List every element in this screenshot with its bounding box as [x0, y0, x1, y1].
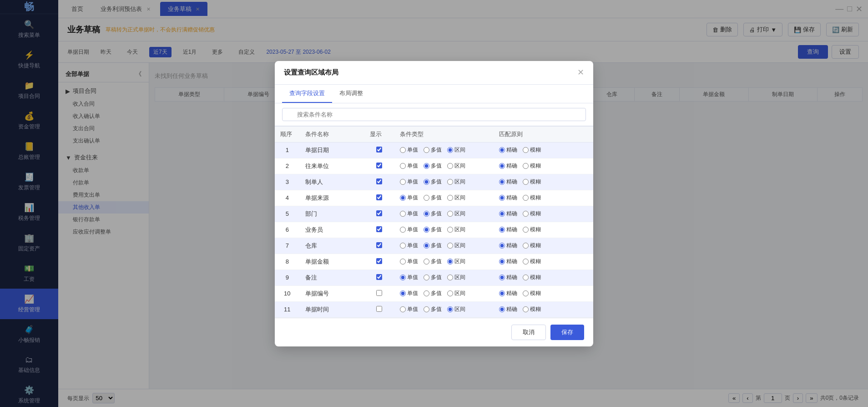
match-principle-option[interactable]: 精确 — [499, 226, 517, 234]
condition-type-option[interactable]: 多值 — [424, 178, 442, 186]
match-principle-radio[interactable] — [499, 259, 505, 265]
condition-type-radio[interactable] — [400, 195, 406, 201]
condition-type-option[interactable]: 单值 — [400, 210, 418, 218]
match-principle-option[interactable]: 精确 — [499, 274, 517, 281]
condition-type-radio[interactable] — [400, 243, 406, 249]
match-principle-radio[interactable] — [499, 290, 505, 296]
match-principle-option[interactable]: 精确 — [499, 162, 517, 170]
condition-type-option[interactable]: 单值 — [400, 146, 418, 154]
row-show-checkbox[interactable] — [376, 179, 382, 186]
match-principle-option[interactable]: 模糊 — [523, 146, 541, 154]
condition-type-option[interactable]: 单值 — [400, 194, 418, 202]
condition-type-option[interactable]: 区间 — [447, 146, 465, 154]
condition-type-option[interactable]: 多值 — [424, 290, 442, 297]
match-principle-option[interactable]: 模糊 — [523, 178, 541, 186]
condition-type-radio[interactable] — [400, 290, 406, 296]
row-show-checkbox[interactable] — [376, 195, 382, 202]
condition-type-radio[interactable] — [447, 259, 453, 265]
show-checkbox-input[interactable] — [376, 306, 382, 312]
row-show-checkbox[interactable] — [376, 163, 382, 170]
match-principle-option[interactable]: 精确 — [499, 290, 517, 297]
condition-type-radio[interactable] — [424, 259, 429, 265]
condition-type-radio[interactable] — [424, 179, 429, 185]
condition-type-option[interactable]: 区间 — [447, 242, 465, 249]
condition-type-option[interactable]: 区间 — [447, 210, 465, 218]
modal-tab-field-settings[interactable]: 查询字段设置 — [282, 85, 332, 103]
match-principle-option[interactable]: 精确 — [499, 242, 517, 249]
show-checkbox-input[interactable] — [376, 178, 382, 184]
condition-type-radio[interactable] — [424, 227, 429, 233]
modal-save-button[interactable]: 保存 — [550, 325, 584, 340]
match-principle-radio[interactable] — [499, 195, 505, 201]
show-checkbox-input[interactable] — [376, 274, 382, 280]
match-principle-radio[interactable] — [523, 290, 529, 296]
condition-type-option[interactable]: 多值 — [424, 258, 442, 265]
match-principle-radio[interactable] — [523, 259, 529, 265]
condition-type-option[interactable]: 区间 — [447, 226, 465, 234]
show-checkbox-input[interactable] — [376, 290, 382, 296]
match-principle-option[interactable]: 精确 — [499, 258, 517, 265]
match-principle-radio[interactable] — [499, 243, 505, 249]
match-principle-option[interactable]: 精确 — [499, 146, 517, 154]
condition-type-option[interactable]: 区间 — [447, 178, 465, 186]
row-show-checkbox[interactable] — [376, 290, 382, 297]
row-show-checkbox[interactable] — [376, 211, 382, 218]
match-principle-option[interactable]: 模糊 — [523, 210, 541, 218]
match-principle-radio[interactable] — [523, 179, 529, 185]
match-principle-radio[interactable] — [523, 243, 529, 249]
modal-close-btn[interactable]: ✕ — [577, 68, 584, 76]
condition-type-option[interactable]: 区间 — [447, 305, 465, 313]
condition-type-option[interactable]: 单值 — [400, 290, 418, 297]
condition-type-radio[interactable] — [424, 147, 429, 153]
match-principle-radio[interactable] — [499, 179, 505, 185]
match-principle-radio[interactable] — [523, 227, 529, 233]
match-principle-radio[interactable] — [499, 275, 505, 280]
show-checkbox-input[interactable] — [376, 226, 382, 232]
match-principle-radio[interactable] — [523, 163, 529, 169]
match-principle-radio[interactable] — [499, 211, 505, 217]
modal-search-input[interactable] — [282, 108, 586, 121]
condition-type-radio[interactable] — [424, 275, 429, 280]
modal-tab-layout-adjust[interactable]: 布局调整 — [332, 85, 370, 103]
condition-type-option[interactable]: 多值 — [424, 210, 442, 218]
condition-type-radio[interactable] — [447, 306, 453, 312]
condition-type-option[interactable]: 区间 — [447, 290, 465, 297]
condition-type-radio[interactable] — [424, 243, 429, 249]
match-principle-option[interactable]: 精确 — [499, 178, 517, 186]
condition-type-option[interactable]: 多值 — [424, 274, 442, 281]
condition-type-radio[interactable] — [400, 211, 406, 217]
condition-type-radio[interactable] — [447, 211, 453, 217]
match-principle-option[interactable]: 精确 — [499, 210, 517, 218]
condition-type-option[interactable]: 单值 — [400, 178, 418, 186]
condition-type-option[interactable]: 单值 — [400, 226, 418, 234]
row-show-checkbox[interactable] — [376, 275, 382, 281]
condition-type-radio[interactable] — [400, 275, 406, 280]
condition-type-radio[interactable] — [447, 275, 453, 280]
show-checkbox-input[interactable] — [376, 242, 382, 248]
condition-type-radio[interactable] — [447, 195, 453, 201]
match-principle-option[interactable]: 模糊 — [523, 242, 541, 249]
match-principle-radio[interactable] — [499, 227, 505, 233]
row-show-checkbox[interactable] — [376, 147, 382, 154]
condition-type-option[interactable]: 单值 — [400, 162, 418, 170]
condition-type-radio[interactable] — [400, 227, 406, 233]
match-principle-radio[interactable] — [523, 195, 529, 201]
condition-type-option[interactable]: 多值 — [424, 305, 442, 313]
condition-type-radio[interactable] — [400, 163, 406, 169]
condition-type-radio[interactable] — [447, 147, 453, 153]
condition-type-option[interactable]: 单值 — [400, 242, 418, 249]
row-show-checkbox[interactable] — [376, 243, 382, 249]
condition-type-radio[interactable] — [400, 147, 406, 153]
row-show-checkbox[interactable] — [376, 306, 382, 313]
match-principle-radio[interactable] — [523, 306, 529, 312]
match-principle-option[interactable]: 模糊 — [523, 290, 541, 297]
condition-type-option[interactable]: 多值 — [424, 194, 442, 202]
condition-type-radio[interactable] — [400, 179, 406, 185]
condition-type-option[interactable]: 多值 — [424, 242, 442, 249]
condition-type-radio[interactable] — [400, 306, 406, 312]
match-principle-option[interactable]: 精确 — [499, 305, 517, 313]
condition-type-option[interactable]: 区间 — [447, 162, 465, 170]
condition-type-option[interactable]: 单值 — [400, 274, 418, 281]
condition-type-option[interactable]: 多值 — [424, 162, 442, 170]
match-principle-radio[interactable] — [523, 275, 529, 280]
